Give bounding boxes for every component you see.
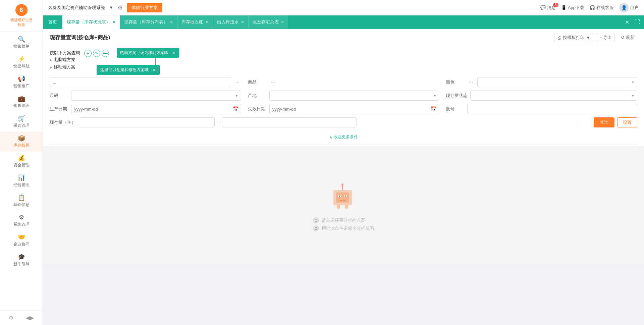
expire-date-calendar-icon[interactable]: 📅 bbox=[431, 106, 436, 112]
header-right: 💬 消息 8 📱 App下载 🎧 在线客服 👤 用户 bbox=[540, 3, 639, 12]
tab-inventory-status-label: 现存量（库存状况表） bbox=[67, 19, 110, 25]
tab-inventory-status[interactable]: 现存量（库存状况表） ✕ bbox=[62, 15, 120, 29]
scheme-back-btn[interactable]: ⟵ bbox=[102, 50, 109, 57]
system-icon: ⚙ bbox=[19, 214, 24, 220]
tab-inventory-status-close[interactable]: ✕ bbox=[112, 20, 116, 24]
size-select[interactable] bbox=[71, 91, 241, 101]
sidebar-item-business-label: 经营管理 bbox=[13, 182, 30, 188]
sidebar-collapse-btn[interactable]: ◀▶ bbox=[24, 313, 35, 322]
tabs-bar: 首页 现存量（库存状况表） ✕ 现存量（库存分布表） ✕ 库存批次账 ✕ 出入库… bbox=[43, 15, 644, 29]
sidebar-item-system[interactable]: ⚙ 系统管理 bbox=[0, 211, 43, 231]
tabs-right: ✕ ⛶ bbox=[624, 18, 644, 27]
stock-range-from-input[interactable] bbox=[80, 117, 215, 127]
warehouse-input[interactable] bbox=[50, 77, 231, 87]
stock-range-to-input[interactable] bbox=[222, 117, 357, 127]
basic-info-icon: 📋 bbox=[18, 195, 25, 201]
quicknav-icon: ⚡ bbox=[18, 56, 25, 62]
page-content: 现存量查询(按仓库+商品) 🖨 按模板打印 ▼ ↑ 导出 ↺ 刷新 bbox=[43, 29, 644, 325]
sidebar-item-basic-info[interactable]: 📋 基础信息 bbox=[0, 191, 43, 211]
tab-inventory-dist-close[interactable]: ✕ bbox=[170, 20, 173, 24]
sidebar-item-finance[interactable]: 💰 资金管理 bbox=[0, 152, 43, 171]
collapse-btn[interactable]: ∧ 收起更多条件 bbox=[329, 132, 358, 142]
tab-inout-close[interactable]: ✕ bbox=[241, 20, 244, 24]
stock-main-label: 现存量（主） bbox=[50, 119, 76, 125]
empty-step-2-text: 用过滤条件来缩小分析范围 bbox=[322, 225, 374, 231]
scheme-edit-btn[interactable]: ✎ bbox=[93, 50, 100, 57]
warehouse-dots-btn[interactable]: ··· bbox=[234, 79, 241, 85]
scheme-edit-tooltip-close[interactable]: ✕ bbox=[152, 67, 156, 73]
sidebar-item-purchase[interactable]: 🛒 采购管理 bbox=[0, 112, 43, 132]
print-btn-label: 按模板打印 bbox=[563, 35, 585, 41]
logo-icon: 6 bbox=[15, 4, 28, 16]
scheme-pc-item[interactable]: ▶ 电脑端方案 bbox=[50, 57, 75, 63]
tab-inout[interactable]: 出入库流水 ✕ bbox=[213, 15, 248, 29]
sidebar-item-business[interactable]: 📊 经营管理 bbox=[0, 171, 43, 191]
color-select[interactable] bbox=[477, 77, 637, 87]
page-actions: 🖨 按模板打印 ▼ ↑ 导出 ↺ 刷新 bbox=[554, 33, 637, 42]
origin-select-wrap: ▼ bbox=[269, 91, 439, 101]
sidebar-item-collab-label: 企业协同 bbox=[13, 241, 30, 247]
color-dots-btn[interactable]: ··· bbox=[467, 79, 474, 85]
tab-home-label: 首页 bbox=[48, 19, 57, 25]
empty-steps: 1 请先选择要分析的方案 2 用过滤条件来缩小分析范围 bbox=[313, 217, 374, 231]
system-dropdown-btn[interactable]: ▼ bbox=[109, 5, 113, 10]
tab-summary[interactable]: 收发存汇总表 ✕ bbox=[248, 15, 288, 29]
color-label: 颜色 bbox=[446, 79, 465, 85]
tab-summary-close[interactable]: ✕ bbox=[281, 20, 284, 24]
sidebar-item-inventory-label: 库存核算 bbox=[13, 143, 30, 148]
batch-input[interactable] bbox=[467, 104, 637, 114]
scheme-mobile-item[interactable]: ▶ 移动端方案 bbox=[50, 64, 75, 70]
scheme-add-btn[interactable]: + bbox=[84, 50, 92, 57]
size-field: 尺码 ▼ bbox=[50, 91, 241, 101]
step-2-num: 2 bbox=[313, 225, 319, 231]
print-btn[interactable]: 🖨 按模板打印 ▼ bbox=[554, 33, 593, 42]
expire-date-label: 失效日期 bbox=[248, 106, 267, 112]
header-settings-icon[interactable]: ⚙ bbox=[117, 4, 123, 11]
export-icon: ↑ bbox=[600, 35, 602, 40]
stock-status-select[interactable] bbox=[470, 91, 637, 101]
origin-select[interactable] bbox=[269, 91, 439, 101]
search-btn[interactable]: 查询 bbox=[594, 117, 614, 127]
batch-label: 批号 bbox=[446, 106, 465, 112]
scheme-pc-tooltip-close[interactable]: ✕ bbox=[172, 50, 176, 56]
industry-btn[interactable]: 体验行业方案 bbox=[127, 3, 162, 12]
tab-inventory-dist[interactable]: 现存量（库存分布表） ✕ bbox=[120, 15, 177, 29]
sidebar-item-marketing[interactable]: 📢 营销推广 bbox=[0, 72, 43, 92]
product-label: 商品 bbox=[248, 79, 267, 85]
filter-label: 按以下方案查询 bbox=[50, 49, 80, 56]
sidebar-item-tutorial[interactable]: 🎓 新手引导 bbox=[0, 251, 43, 270]
refresh-btn[interactable]: ↺ 刷新 bbox=[618, 33, 637, 42]
app-download-label: App下载 bbox=[568, 5, 584, 11]
app-download-btn[interactable]: 📱 App下载 bbox=[561, 5, 584, 11]
prod-date-input[interactable] bbox=[71, 104, 241, 114]
svg-rect-4 bbox=[339, 196, 340, 197]
tab-batch[interactable]: 库存批次账 ✕ bbox=[177, 15, 213, 29]
scheme-pc-label: 电脑端方案 bbox=[54, 57, 75, 63]
user-menu-btn[interactable]: 👤 用户 bbox=[619, 3, 639, 12]
tab-batch-close[interactable]: ✕ bbox=[205, 20, 209, 24]
tab-maximize-btn[interactable]: ⛶ bbox=[633, 18, 641, 26]
online-support-btn[interactable]: 🎧 在线客服 bbox=[590, 5, 614, 11]
product-dots-btn[interactable]: ··· bbox=[269, 79, 276, 85]
app-logo: 6 畅捷通好生意 标版 bbox=[0, 0, 43, 32]
tab-home[interactable]: 首页 bbox=[43, 15, 62, 29]
prod-date-calendar-icon[interactable]: 📅 bbox=[233, 106, 238, 112]
prod-date-label: 生产日期 bbox=[50, 106, 68, 112]
sidebar: 6 畅捷通好生意 标版 🔍 搜索菜单 ⚡ 快捷导航 📢 营销推广 💼 销售管理 … bbox=[0, 0, 43, 325]
sidebar-item-inventory[interactable]: 📦 库存核算 bbox=[0, 132, 43, 152]
messages-btn[interactable]: 💬 消息 8 bbox=[540, 5, 556, 11]
sidebar-item-collab[interactable]: 🤝 企业协同 bbox=[0, 231, 43, 251]
arrow-right-icon2: ▶ bbox=[50, 65, 52, 69]
search-nav-icon: 🔍 bbox=[18, 36, 25, 42]
expire-date-input[interactable] bbox=[269, 104, 439, 114]
export-btn[interactable]: ↑ 导出 bbox=[597, 33, 615, 42]
print-icon: 🖨 bbox=[557, 35, 561, 40]
scheme-list: ▶ 电脑端方案 ▶ 移动端方案 bbox=[50, 57, 75, 70]
sidebar-item-quicknav[interactable]: ⚡ 快捷导航 bbox=[0, 53, 43, 72]
sidebar-item-search[interactable]: 🔍 搜索菜单 bbox=[0, 33, 43, 53]
reset-btn[interactable]: 设置 bbox=[617, 117, 637, 127]
sidebar-bottom: ⚙ ◀▶ bbox=[0, 310, 43, 325]
tab-close-all-btn[interactable]: ✕ bbox=[624, 18, 631, 27]
sidebar-settings-btn[interactable]: ⚙ bbox=[7, 313, 15, 322]
sidebar-item-sales[interactable]: 💼 销售管理 bbox=[0, 92, 43, 112]
